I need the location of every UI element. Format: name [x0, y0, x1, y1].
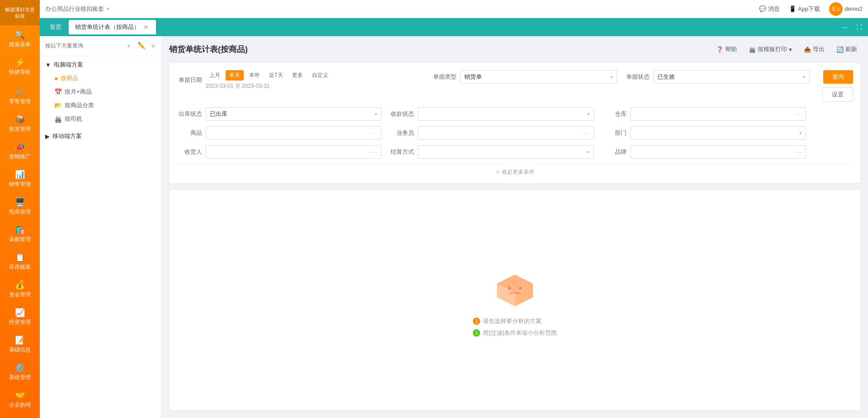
date-tab-last-month[interactable]: 上月 [206, 70, 224, 81]
payment-method-select[interactable]: ▾ [418, 145, 594, 159]
date-range: 2023-03-01 至 2023-03-31 [206, 82, 424, 90]
recipient-select[interactable]: ··· [206, 145, 382, 159]
salesperson-select[interactable]: ··· [418, 126, 594, 140]
mobile-section-label: 移动端方案 [52, 132, 82, 140]
product-select[interactable]: ··· [206, 126, 382, 140]
date-tab-more[interactable]: 更多 [288, 70, 307, 81]
page-title: 销货单统计表(按商品) [169, 44, 248, 55]
date-tab-7days[interactable]: 近7天 [265, 70, 287, 81]
tab-report[interactable]: 销货单统计表（按商品） ✕ [69, 20, 156, 34]
sidebar-item-ecommerce[interactable]: 🖥️ 电商管理 [0, 193, 40, 220]
tree-item-by-product[interactable]: ● 按商品 [40, 71, 161, 85]
help-btn[interactable]: ❓ 帮助 [712, 43, 741, 55]
sidebar-item-operation-label: 经营管理 [9, 318, 31, 326]
sidebar-item-operation[interactable]: 📈 经营管理 [0, 303, 40, 331]
empty-illustration [488, 261, 542, 306]
desktop-section-header[interactable]: ▼ 电脑端方案 [40, 58, 161, 71]
filter-item-date: 单据日期 上月 本月 本年 近7天 更多 自定义 2023-03-01 至 20… [177, 70, 424, 90]
export-label: 导出 [813, 45, 825, 53]
user-menu[interactable]: Ea demo2 [829, 2, 863, 16]
tab-report-label: 销货单统计表（按商品） [75, 23, 140, 31]
app-download-btn[interactable]: 📱 App下载 [789, 5, 820, 13]
filter-item-recipient: 收货人 ··· [177, 145, 382, 159]
date-tab-this-month[interactable]: 本月 [226, 70, 244, 81]
sidebar-item-enterprise[interactable]: 🤝 企业协同 [0, 386, 40, 413]
tree-item-by-month-product[interactable]: 📅 按月+商品 [40, 85, 161, 99]
sidebar-item-newbie[interactable]: 🎯 新手引导 [0, 413, 40, 418]
finance-icon: 💰 [15, 280, 25, 290]
salesperson-label: 业务员 [389, 129, 414, 137]
out-status-value: 已出库 [210, 110, 227, 118]
export-btn[interactable]: 📤 导出 [800, 43, 828, 55]
sidebar-item-basic-label: 基础信息 [9, 346, 31, 354]
doc-status-select[interactable]: 已生效 ▾ [653, 70, 810, 84]
sidebar-item-basic[interactable]: 📝 基础信息 [0, 331, 40, 358]
avatar: Ea [829, 2, 843, 16]
sidebar-item-marketing[interactable]: 📣 营销推广 [0, 138, 40, 165]
department-label: 部门 [601, 129, 627, 137]
messages-btn[interactable]: 💬 消息 [759, 5, 780, 13]
collapse-left-btn[interactable]: « [151, 41, 156, 51]
sidebar: 畅捷通好生意 标版 🔍 搜索菜单 ⚡ 快捷导航 🛒 零售管理 📦 批发管理 📣 … [0, 0, 40, 418]
department-select[interactable]: ▾ [630, 126, 806, 140]
warehouse-select[interactable]: ··· [630, 107, 806, 121]
date-tab-this-year[interactable]: 本年 [245, 70, 264, 81]
sidebar-item-search[interactable]: 🔍 搜索菜单 [0, 25, 40, 53]
query-btn[interactable]: 查询 [823, 70, 853, 84]
out-status-select[interactable]: 已出库 ▾ [206, 107, 382, 121]
tab-close-icon[interactable]: ✕ [142, 24, 150, 31]
right-panel: 销货单统计表(按商品) ❓ 帮助 🖨️ 按模板打印 ▾ 📤 导出 [162, 36, 868, 418]
sidebar-item-retail[interactable]: 🛒 零售管理 [0, 82, 40, 110]
sidebar-item-purchase[interactable]: 🛍️ 采购管理 [0, 220, 40, 248]
username: demo2 [844, 5, 863, 12]
sidebar-item-inventory[interactable]: 📋 库存核算 [0, 248, 40, 276]
doc-status-label: 单据状态 [624, 73, 650, 81]
sidebar-item-search-label: 搜索菜单 [9, 41, 31, 48]
page-header: 销货单统计表(按商品) ❓ 帮助 🖨️ 按模板打印 ▾ 📤 导出 [169, 43, 861, 55]
breadcrumb-arrow: ▾ [107, 5, 110, 12]
tab-home-label: 首页 [50, 23, 61, 31]
breadcrumb-text: 办公用品行业模拟账套 [45, 5, 104, 13]
settings-btn[interactable]: 设置 [822, 87, 853, 102]
collapse-bar[interactable]: ∧ 收起更多条件 [177, 164, 853, 180]
brand-select[interactable]: ··· [630, 145, 806, 159]
desktop-arrow-icon: ▼ [45, 62, 51, 68]
print-btn[interactable]: 🖨️ 按模板打印 ▾ [745, 43, 796, 55]
sidebar-item-finance-label: 资金管理 [9, 291, 31, 299]
by-product-icon: ● [54, 75, 58, 82]
sidebar-item-system[interactable]: ⚙️ 系统管理 [0, 358, 40, 386]
logo: 畅捷通好生意 标版 [0, 0, 40, 25]
sidebar-item-wholesale-label: 批发管理 [9, 125, 31, 133]
mobile-section-header[interactable]: ▶ 移动端方案 [40, 129, 161, 143]
sidebar-item-quick[interactable]: ⚡ 快捷导航 [0, 53, 40, 81]
by-month-icon: 📅 [54, 88, 62, 95]
sidebar-item-finance[interactable]: 💰 资金管理 [0, 276, 40, 303]
tree-item-by-category-label: 按商品分类 [65, 101, 94, 109]
tip-num-2: 2 [473, 329, 480, 337]
left-panel: 按以下方案查询 ＋ ✏️ « ▼ 电脑端方案 ● 按商品 📅 [40, 36, 162, 418]
edit-scheme-btn[interactable]: ✏️ [137, 41, 147, 51]
refresh-btn[interactable]: 🔄 刷新 [833, 43, 861, 55]
empty-tip-2: 2 用[过滤]条件来缩小分析范围 [473, 327, 557, 339]
sidebar-item-sales[interactable]: 📊 销售管理 [0, 165, 40, 193]
topbar-right: 💬 消息 📱 App下载 Ea demo2 [759, 2, 863, 16]
add-scheme-btn[interactable]: ＋ [124, 41, 133, 51]
tree-item-by-cashier[interactable]: 🖨️ 按司机 [40, 112, 161, 126]
date-tab-custom[interactable]: 自定义 [308, 70, 332, 81]
by-cashier-icon: 🖨️ [54, 115, 62, 123]
left-panel-header: 按以下方案查询 ＋ ✏️ « [40, 36, 161, 56]
brand-label: 品牌 [601, 148, 627, 156]
filter-row-4: 收货人 ··· 结算方式 ▾ 品牌 [177, 145, 853, 159]
recipient-label: 收货人 [177, 148, 202, 156]
doc-type-select[interactable]: 销货单 ▾ [460, 70, 617, 84]
tab-minimize-btn[interactable]: — [839, 22, 850, 33]
breadcrumb: 办公用品行业模拟账套 ▾ [45, 5, 759, 13]
filter-row-3: 商品 ··· 业务员 ··· 部门 [177, 126, 853, 140]
empty-tips: 1 请先选择要分析的方案 2 用[过滤]条件来缩小分析范围 [473, 315, 557, 339]
tab-maximize-btn[interactable]: ⛶ [854, 22, 864, 33]
sidebar-item-wholesale[interactable]: 📦 批发管理 [0, 110, 40, 138]
payment-status-select[interactable]: ▾ [418, 107, 594, 121]
tree-item-by-category[interactable]: 📂 按商品分类 [40, 99, 161, 112]
purchase-icon: 🛍️ [15, 225, 25, 235]
tab-home[interactable]: 首页 [43, 20, 68, 34]
